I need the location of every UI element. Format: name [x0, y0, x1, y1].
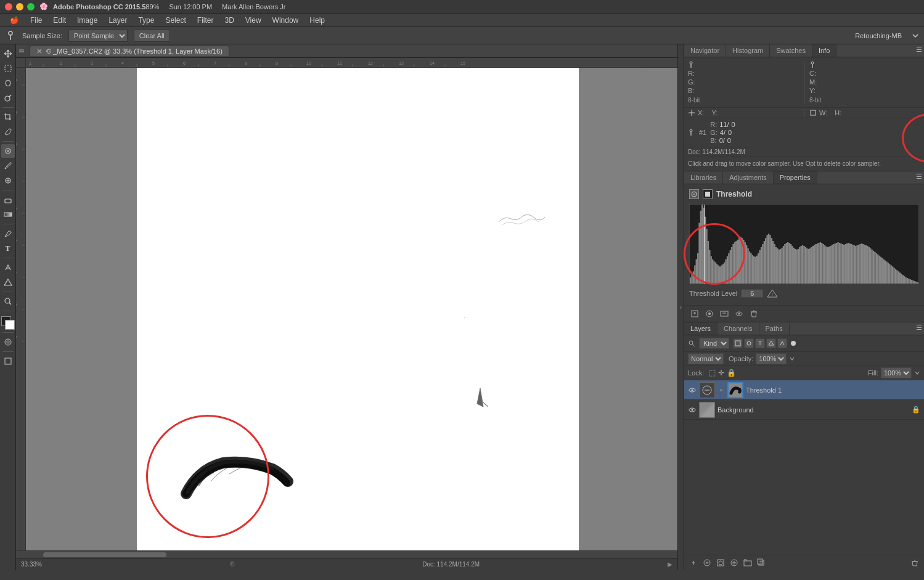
titlebar: 🌸 Adobe Photoshop CC 2015.5 89% Sun 12:0… [0, 0, 924, 14]
menu-3d[interactable]: 3D [219, 15, 239, 26]
tab-layers[interactable]: Layers [684, 322, 718, 335]
brush-tool[interactable] [1, 159, 15, 173]
shape-tool[interactable] [1, 276, 15, 289]
lock-position-icon[interactable]: ✛ [718, 369, 724, 377]
new-layer-button[interactable] [756, 557, 767, 568]
tab-properties[interactable]: Properties [774, 171, 817, 184]
svg-rect-72 [690, 277, 691, 284]
tab-info[interactable]: Info [812, 44, 836, 57]
fill-select[interactable]: 100% [881, 367, 912, 378]
scrollbar-thumb[interactable] [43, 552, 166, 557]
document-tab[interactable]: © _MG_0357.CR2 @ 33.3% (Threshold 1, Lay… [30, 46, 229, 56]
tab-close-icon[interactable] [36, 48, 43, 54]
panel-collapse-handle[interactable]: › [677, 44, 684, 570]
threshold-level-input[interactable] [741, 289, 763, 298]
menu-help[interactable]: Help [305, 15, 330, 26]
menu-view[interactable]: View [240, 15, 266, 26]
properties-panel-menu-icon[interactable]: ☰ [914, 171, 924, 181]
status-arrow[interactable]: ▶ [668, 561, 673, 568]
layer-eye-background[interactable] [688, 406, 697, 414]
svg-point-236 [738, 313, 740, 315]
quick-mask-tool[interactable] [1, 335, 15, 349]
properties-panel: Libraries Adjustments Properties ☰ Thres… [684, 171, 924, 322]
lock-all-icon[interactable]: 🔒 [727, 369, 736, 377]
clear-all-button[interactable]: Clear All [134, 30, 170, 42]
add-mask-button[interactable] [715, 557, 726, 568]
layer-item-background[interactable]: Background 🔒 [684, 400, 924, 420]
scrollbar-horizontal[interactable] [16, 550, 677, 558]
panel-menu-icon[interactable] [18, 48, 25, 54]
svg-text:5: 5 [16, 207, 17, 210]
sample-size-select[interactable]: Point Sample [68, 30, 128, 42]
eraser-tool[interactable] [1, 193, 15, 206]
filter-adjust-icon[interactable] [744, 338, 754, 348]
crop-tool[interactable] [1, 110, 15, 124]
menu-apple[interactable]: 🍎 [5, 15, 24, 26]
menu-window[interactable]: Window [268, 15, 304, 26]
layer-item-threshold[interactable]: Threshold 1 [684, 380, 924, 400]
svg-rect-109 [745, 242, 746, 284]
background-color[interactable] [5, 320, 15, 330]
maximize-button[interactable] [27, 3, 35, 10]
gradient-tool[interactable] [1, 208, 15, 221]
svg-rect-142 [793, 248, 795, 284]
opacity-dropdown-icon[interactable] [789, 356, 795, 362]
svg-rect-171 [836, 243, 837, 284]
workspace-dropdown-icon[interactable] [912, 32, 919, 39]
add-style-button[interactable] [701, 557, 713, 568]
view-previous-button[interactable] [704, 308, 715, 319]
layer-filter-select[interactable]: Kind [699, 338, 729, 349]
edit-contents-button[interactable] [719, 308, 730, 319]
tab-adjustments[interactable]: Adjustments [723, 171, 774, 184]
link-layers-button[interactable] [688, 557, 699, 568]
pen-tool[interactable] [1, 227, 15, 240]
move-tool[interactable] [1, 47, 15, 60]
tab-navigator[interactable]: Navigator [684, 44, 726, 57]
info-panel-menu-icon[interactable]: ☰ [914, 44, 924, 54]
clip-to-layer-button[interactable] [689, 308, 700, 319]
delete-adjustment-button[interactable] [748, 308, 759, 319]
close-button[interactable] [5, 3, 12, 10]
tab-channels[interactable]: Channels [718, 322, 759, 335]
marquee-tool[interactable] [1, 62, 15, 75]
tab-libraries[interactable]: Libraries [684, 171, 723, 184]
filter-smart-icon[interactable] [777, 338, 787, 348]
visibility-button[interactable] [734, 308, 745, 319]
menu-select[interactable]: Select [160, 15, 190, 26]
tab-swatches[interactable]: Swatches [770, 44, 812, 57]
tab-paths[interactable]: Paths [759, 322, 790, 335]
delete-layer-button[interactable] [909, 557, 920, 568]
filter-pixel-icon[interactable] [733, 338, 743, 348]
menu-layer[interactable]: Layer [104, 15, 132, 26]
svg-rect-226 [917, 282, 918, 284]
canvas-scroll[interactable]: · · [26, 68, 677, 550]
menu-filter[interactable]: Filter [192, 15, 219, 26]
menu-file[interactable]: File [25, 15, 47, 26]
traffic-lights[interactable] [5, 3, 35, 10]
fill-dropdown-icon[interactable] [914, 370, 920, 376]
menu-edit[interactable]: Edit [48, 15, 71, 26]
lasso-tool[interactable] [1, 76, 15, 90]
lock-pixels-icon[interactable]: ⬚ [709, 369, 716, 377]
menu-type[interactable]: Type [133, 15, 159, 26]
blend-mode-select[interactable]: Normal [688, 353, 724, 364]
eyedropper-tool[interactable] [1, 125, 15, 139]
new-adjustment-button[interactable] [729, 557, 740, 568]
path-select-tool[interactable] [1, 261, 15, 274]
new-group-button[interactable] [742, 557, 753, 568]
zoom-tool[interactable] [1, 295, 15, 308]
spot-heal-tool[interactable] [1, 144, 15, 158]
tab-histogram[interactable]: Histogram [726, 44, 770, 57]
clone-tool[interactable] [1, 174, 15, 187]
layers-panel-menu-icon[interactable]: ☰ [914, 322, 924, 332]
opacity-select[interactable]: 100% [756, 353, 787, 364]
screen-mode-tool[interactable] [1, 354, 15, 368]
cmyk-dropper-row [809, 61, 920, 68]
minimize-button[interactable] [16, 3, 23, 10]
menu-image[interactable]: Image [72, 15, 102, 26]
text-tool[interactable]: T [1, 242, 15, 255]
quick-select-tool[interactable] [1, 91, 15, 105]
filter-shape-icon[interactable] [766, 338, 776, 348]
filter-text-icon[interactable]: T [755, 338, 765, 348]
layer-eye-threshold[interactable] [688, 386, 697, 394]
